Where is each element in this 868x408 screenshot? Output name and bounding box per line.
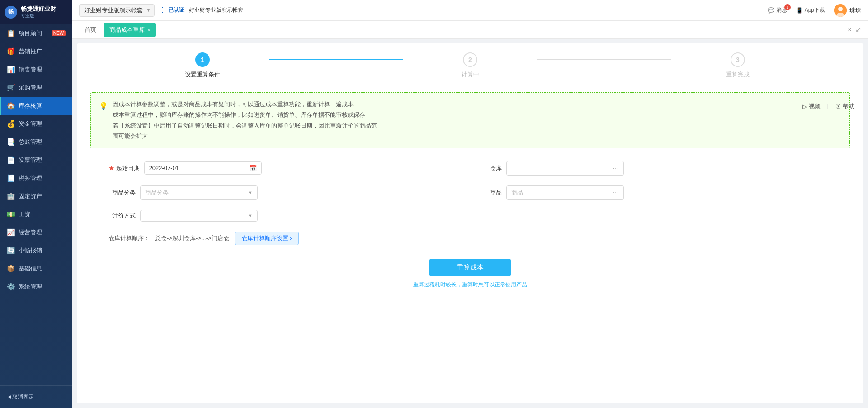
sidebar-item-project[interactable]: 📋 项目顾问 NEW xyxy=(0,24,72,43)
app-download-button[interactable]: 📱 App下载 xyxy=(796,6,825,14)
system-icon: ⚙️ xyxy=(7,283,15,291)
step-1-circle: 1 xyxy=(195,52,210,67)
category-select[interactable]: 商品分类 ▼ xyxy=(140,185,258,200)
sidebar-item-invoice[interactable]: 📄 发票管理 xyxy=(0,151,72,169)
step-line-2-3 xyxy=(537,59,671,60)
sidebar-item-accounting[interactable]: 📑 总账管理 xyxy=(0,133,72,151)
step-3-circle: 3 xyxy=(731,52,745,67)
step-2-circle: 2 xyxy=(463,52,477,67)
product-label: 商品 xyxy=(475,189,502,197)
sidebar-item-inventory[interactable]: 🏠 库存核算 xyxy=(0,97,72,115)
assets-icon: 🏢 xyxy=(7,192,15,200)
sales-icon: 📊 xyxy=(7,66,15,74)
salary-icon: 💵 xyxy=(7,210,15,218)
sidebar-logo: 畅 畅捷通好业财 专业版 xyxy=(0,0,72,24)
tax-icon: 🧾 xyxy=(7,174,15,182)
warehouse-order-label: 仓库计算顺序： xyxy=(108,234,150,242)
app-logo-text: 畅捷通好业财 专业版 xyxy=(21,5,56,19)
sidebar-item-label: 系统管理 xyxy=(19,283,42,291)
sidebar-item-assets[interactable]: 🏢 固定资产 xyxy=(0,187,72,205)
warehouse-dots-icon: ··· xyxy=(613,164,619,172)
sidebar-item-label: 项目顾问 xyxy=(19,29,42,38)
sidebar-item-label: 经营管理 xyxy=(19,228,42,237)
sidebar-item-finance[interactable]: 💰 资金管理 xyxy=(0,115,72,133)
sidebar-item-salary[interactable]: 💵 工资 xyxy=(0,205,72,223)
pricing-arrow-icon: ▼ xyxy=(248,213,253,218)
cancel-fixed-button[interactable]: ◄取消固定 xyxy=(0,389,72,404)
question-icon: ⑦ xyxy=(835,103,841,110)
phone-icon: 📱 xyxy=(796,7,803,14)
form-row-3: 计价方式 ▼ xyxy=(108,210,832,222)
form-group-pricing: 计价方式 ▼ xyxy=(108,210,466,222)
shield-icon: 🛡 xyxy=(159,6,166,14)
sidebar-item-label: 库存核算 xyxy=(19,102,42,110)
tabs-bar: 首页 商品成本重算 × × ⤢ xyxy=(72,21,868,39)
product-input[interactable]: 商品 ··· xyxy=(506,185,624,200)
start-date-input[interactable]: 2022-07-01 📅 xyxy=(144,161,262,175)
sidebar-item-label: 资金管理 xyxy=(19,120,42,128)
warehouse-order-settings-button[interactable]: 仓库计算顺序设置 › xyxy=(235,232,299,245)
sidebar-item-label: 总账管理 xyxy=(19,138,42,146)
required-star: ★ xyxy=(108,165,114,171)
sidebar-item-marketing[interactable]: 🎁 营销推广 xyxy=(0,43,72,61)
accounting-icon: 📑 xyxy=(7,138,15,146)
steps-indicator: 1 设置重算条件 2 计算中 3 重算完成 xyxy=(90,52,850,79)
form-area: ★ 起始日期 2022-07-01 📅 仓库 ··· xyxy=(90,161,850,245)
marketing-icon: 🎁 xyxy=(7,47,15,56)
form-group-product: 商品 商品 ··· xyxy=(475,185,832,200)
expand-window-button[interactable]: ⤢ xyxy=(855,25,861,34)
project-icon: 📋 xyxy=(7,29,15,38)
tab-home[interactable]: 首页 xyxy=(79,23,102,37)
recalc-button[interactable]: 重算成本 xyxy=(429,259,511,276)
operations-icon: 📈 xyxy=(7,228,15,237)
sidebar-item-label: 发票管理 xyxy=(19,156,42,164)
warehouse-input[interactable]: ··· xyxy=(506,161,624,176)
inventory-icon: 🏠 xyxy=(7,102,15,110)
account-selector-area[interactable]: 好业财专业版演示帐套 xyxy=(79,4,155,17)
step-2-label: 计算中 xyxy=(462,71,479,79)
form-group-date: ★ 起始日期 2022-07-01 📅 xyxy=(108,161,466,175)
tab-close-icon[interactable]: × xyxy=(147,27,150,33)
sidebar-item-label: 小畅报销 xyxy=(19,247,42,255)
app-logo-icon: 畅 xyxy=(5,6,17,19)
sidebar-item-sales[interactable]: 📊 销售管理 xyxy=(0,61,72,79)
sidebar-item-label: 固定资产 xyxy=(19,192,42,200)
sidebar-item-label: 基础信息 xyxy=(19,265,42,273)
message-button[interactable]: 💬 消息 1 xyxy=(768,6,787,14)
sidebar-item-label: 采购管理 xyxy=(19,84,42,92)
sidebar-item-operations[interactable]: 📈 经营管理 xyxy=(0,223,72,242)
pricing-select[interactable]: ▼ xyxy=(140,210,258,222)
avatar xyxy=(834,4,847,17)
step-3: 3 重算完成 xyxy=(671,52,805,79)
video-link[interactable]: ▷ 视频 xyxy=(802,102,821,110)
sidebar-item-system[interactable]: ⚙️ 系统管理 xyxy=(0,278,72,296)
sidebar-item-label: 工资 xyxy=(19,210,30,218)
message-badge: 1 xyxy=(784,4,791,10)
warehouse-label: 仓库 xyxy=(475,164,502,172)
sidebar-item-purchase[interactable]: 🛒 采购管理 xyxy=(0,79,72,97)
account-dropdown[interactable]: 好业财专业版演示帐套 xyxy=(79,4,155,17)
sidebar-item-expense[interactable]: 🔄 小畅报销 xyxy=(0,242,72,260)
tab-cost-recalc[interactable]: 商品成本重算 × xyxy=(104,23,156,37)
purchase-icon: 🛒 xyxy=(7,84,15,92)
step-2: 2 计算中 xyxy=(403,52,537,79)
form-row-1: ★ 起始日期 2022-07-01 📅 仓库 ··· xyxy=(108,161,832,176)
recalc-section: 重算成本 重算过程耗时较长，重算时您可以正常使用产品 xyxy=(90,259,850,289)
tip-box: 💡 因成本计算参数调整，或是对商品成本有疑问时，可以通过成本重算功能，重新计算一… xyxy=(90,92,850,148)
help-link[interactable]: ⑦ 帮助 xyxy=(835,102,854,110)
sidebar-bottom: ◄取消固定 xyxy=(0,385,72,408)
sidebar-item-label: 销售管理 xyxy=(19,66,42,74)
sidebar-item-label: 税务管理 xyxy=(19,174,42,182)
form-group-warehouse: 仓库 ··· xyxy=(475,161,832,176)
user-profile-button[interactable]: 珠珠 xyxy=(834,4,861,17)
form-row-2: 商品分类 商品分类 ▼ 商品 商品 ··· xyxy=(108,185,832,200)
start-date-label: ★ 起始日期 xyxy=(108,164,140,172)
top-header: 好业财专业版演示帐套 🛡 已认证 好业财专业版演示帐套 💬 消息 1 📱 App… xyxy=(72,0,868,21)
play-icon: ▷ xyxy=(802,103,807,110)
sidebar-item-tax[interactable]: 🧾 税务管理 xyxy=(0,169,72,187)
close-window-button[interactable]: × xyxy=(848,26,852,34)
message-icon: 💬 xyxy=(768,7,774,14)
window-controls: × ⤢ xyxy=(848,25,861,34)
invoice-icon: 📄 xyxy=(7,156,15,164)
sidebar-item-basic[interactable]: 📦 基础信息 xyxy=(0,260,72,278)
